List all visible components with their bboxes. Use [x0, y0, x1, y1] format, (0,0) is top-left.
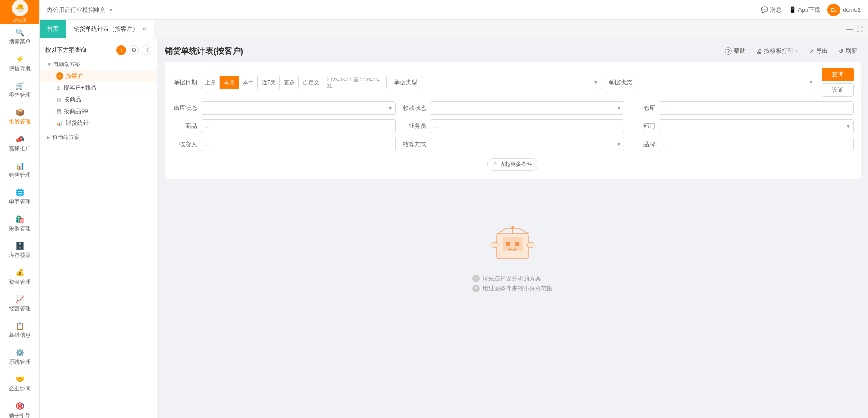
- export-btn[interactable]: ↗ 导出: [806, 45, 831, 57]
- print-icon: 🖨: [756, 48, 762, 55]
- sidebar-item-purchase[interactable]: 🛍️ 采购管理: [0, 210, 40, 237]
- brand-control[interactable]: ···: [659, 138, 854, 151]
- filter-date: 单据日期 上月 本月 本年 近7天 更多 自定义 2023-03-01 至 20…: [172, 76, 387, 89]
- date-this-year-btn[interactable]: 本年: [239, 76, 258, 89]
- sidebar-item-label: 资金管理: [9, 278, 31, 286]
- sidebar-item-inventory[interactable]: 🗄️ 库存核算: [0, 237, 40, 264]
- department-label: 部门: [630, 122, 655, 130]
- payment-method-control[interactable]: [430, 138, 625, 151]
- breadcrumb-arrow[interactable]: ▾: [109, 6, 113, 13]
- sidebar-item-finance[interactable]: 💰 资金管理: [0, 264, 40, 290]
- receiver-control[interactable]: ···: [201, 138, 396, 151]
- desktop-group-header[interactable]: ▼ 电脑端方案: [40, 59, 157, 70]
- warehouse-control[interactable]: ···: [659, 101, 854, 115]
- maximize-icon[interactable]: ⛶: [856, 25, 863, 33]
- sidebar-item-basic[interactable]: 📋 基础信息: [0, 317, 40, 344]
- setting-btn[interactable]: 设置: [822, 83, 854, 97]
- date-custom-btn[interactable]: 自定义: [299, 76, 323, 89]
- tree-item-return-stats[interactable]: 📊 退货统计: [40, 117, 157, 129]
- settings-scheme-btn[interactable]: ⚙: [129, 45, 139, 55]
- message-label: 消息: [770, 6, 782, 14]
- department-control[interactable]: [659, 119, 854, 133]
- sidebar-item-enterprise[interactable]: 🤝 企业协同: [0, 370, 40, 397]
- date-range[interactable]: 2023-03-01 至 2023-03-31: [323, 76, 387, 89]
- sidebar-item-label: 新手引导: [9, 412, 31, 418]
- svg-point-6: [491, 242, 498, 248]
- search-icon: 🔍: [15, 28, 24, 37]
- svg-point-3: [515, 242, 519, 246]
- breadcrumb: 办公用品行业模拟账套: [47, 6, 106, 14]
- enterprise-icon: 🤝: [15, 375, 24, 384]
- tab-sales-stats[interactable]: 销货单统计表（按客户） ✕: [66, 20, 154, 38]
- out-status-control[interactable]: [201, 101, 396, 115]
- filter-doc-status: 单据状态: [607, 76, 816, 89]
- out-status-label: 出库状态: [172, 104, 197, 112]
- receiver-dots: ···: [205, 141, 210, 148]
- sidebar-item-operation[interactable]: 📈 经营管理: [0, 290, 40, 317]
- sidebar-item-sales[interactable]: 📊 销售管理: [0, 157, 40, 184]
- collapse-btn[interactable]: ⌃ 收起更多条件: [487, 158, 538, 171]
- message-btn[interactable]: 💬 消息: [761, 6, 782, 14]
- search-btn[interactable]: 查询: [822, 68, 854, 81]
- sidebar-item-ecommerce[interactable]: 🌐 电商管理: [0, 184, 40, 210]
- goods-label: 商品: [172, 122, 197, 130]
- left-panel-title: 按以下方案查询: [45, 46, 86, 54]
- mobile-group-header[interactable]: ▶ 移动端方案: [40, 132, 157, 143]
- mobile-group-label: 移动端方案: [52, 133, 80, 141]
- add-scheme-btn[interactable]: +: [116, 45, 126, 55]
- user-avatar: Ea: [827, 4, 840, 16]
- doc-status-control[interactable]: [636, 76, 816, 89]
- receipt-status-control[interactable]: [430, 101, 625, 115]
- date-more-btn[interactable]: 更多: [280, 76, 299, 89]
- logo-icon: 🐣: [12, 0, 28, 16]
- receipt-status-label: 收款状态: [401, 104, 426, 112]
- salesperson-control[interactable]: ···: [430, 119, 625, 133]
- minimize-icon[interactable]: —: [846, 25, 853, 33]
- sales-icon: 📊: [15, 162, 24, 170]
- ecommerce-icon: 🌐: [15, 188, 24, 197]
- logo: 🐣 标账版: [0, 0, 40, 24]
- date-last-7-days-btn[interactable]: 近7天: [258, 76, 280, 89]
- tree-item-by-customer[interactable]: ● 按客户: [40, 70, 157, 82]
- goods-control[interactable]: ···: [201, 119, 396, 133]
- tree-item-by-goods99[interactable]: ▦ 按商品99: [40, 105, 157, 117]
- scheme-icon: ⊞: [56, 85, 61, 91]
- sidebar-item-retail[interactable]: 🛒 零售管理: [0, 77, 40, 104]
- username: demo2: [843, 6, 861, 13]
- sidebar-item-label: 基础信息: [9, 332, 31, 339]
- date-last-month-btn[interactable]: 上月: [201, 76, 220, 89]
- app-download-btn[interactable]: 📱 App下载: [789, 6, 820, 14]
- user-profile[interactable]: Ea demo2: [827, 4, 861, 16]
- content-area: 按以下方案查询 + ⚙ 《 ▼ 电脑端方案 ● 按客户 ⊞ 按客户+商品: [40, 38, 868, 418]
- refresh-btn[interactable]: ↺ 刷新: [835, 45, 861, 57]
- print-label: 按模板打印: [764, 47, 793, 55]
- help-label: 帮助: [734, 47, 745, 55]
- sidebar-item-system[interactable]: ⚙️ 系统管理: [0, 344, 40, 370]
- expand-icon: ▼: [47, 62, 52, 67]
- tab-close-icon[interactable]: ✕: [142, 26, 146, 32]
- doc-type-control[interactable]: [421, 76, 602, 89]
- tip1-num: 1: [472, 275, 480, 282]
- filter-row-4: 收货人 ··· 结算方式 品牌 ···: [172, 138, 854, 151]
- date-this-month-btn[interactable]: 本月: [220, 76, 239, 89]
- sidebar-item-label: 批发管理: [9, 118, 31, 126]
- marketing-icon: 📣: [15, 135, 24, 143]
- sidebar-item-search[interactable]: 🔍 搜索菜单: [0, 24, 40, 50]
- sidebar-item-marketing[interactable]: 📣 营销推广: [0, 130, 40, 157]
- filter-row-3: 商品 ··· 业务员 ··· 部门: [172, 119, 854, 133]
- help-btn[interactable]: ? 帮助: [721, 45, 749, 57]
- collapse-panel-btn[interactable]: 《: [142, 45, 151, 55]
- sidebar-item-newbie[interactable]: 🎯 新手引导: [0, 397, 40, 418]
- tab-home[interactable]: 首页: [40, 20, 66, 38]
- sidebar-item-quick-nav[interactable]: ⚡ 快捷导航: [0, 50, 40, 77]
- quick-nav-icon: ⚡: [15, 55, 24, 63]
- tree-item-by-customer-goods[interactable]: ⊞ 按客户+商品: [40, 82, 157, 94]
- print-btn[interactable]: 🖨 按模板打印 ▾: [753, 45, 802, 57]
- right-content: 销货单统计表(按客户) ? 帮助 🖨 按模板打印 ▾ ↗ 导出: [157, 38, 868, 418]
- empty-tips: 1 请先选择要分析的方案 2 用过滤条件来缩小分析范围: [472, 273, 553, 294]
- sidebar-item-label: 快捷导航: [9, 65, 31, 72]
- collapse-bar: ⌃ 收起更多条件: [172, 156, 854, 173]
- sidebar-item-wholesale[interactable]: 📦 批发管理: [0, 104, 40, 130]
- tip2-text: 用过滤条件来缩小分析范围: [482, 285, 553, 293]
- tree-item-by-goods[interactable]: ▦ 按商品: [40, 94, 157, 105]
